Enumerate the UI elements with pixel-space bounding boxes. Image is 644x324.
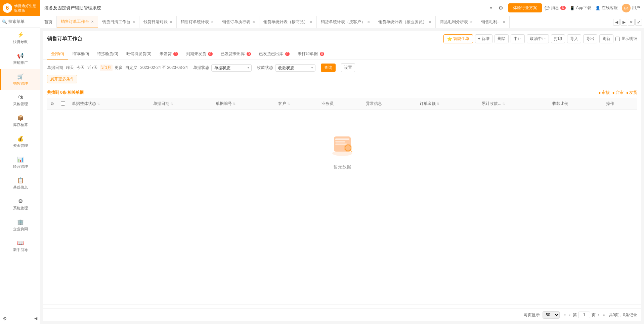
delete-button[interactable]: 删除 [495,34,509,43]
show-detail-checkbox[interactable]: 显示明细 [615,36,637,42]
sidebar-item-system[interactable]: ⚙ 系统管理 [0,194,40,215]
tab-order-exec[interactable]: 销售订单执行表 ✕ [218,16,259,28]
tab-close-customer-stats[interactable]: ✕ [367,20,370,24]
page-input[interactable] [578,312,590,318]
app-download-item[interactable]: 📱 App下载 [570,5,591,11]
shortcut-7days[interactable]: 近7天 [87,65,98,71]
tab-gross-profit[interactable]: 商品毛利分析表 ✕ [436,16,477,28]
tab-close-reconcile[interactable]: ✕ [170,20,172,24]
refresh-button[interactable]: 刷新 [599,34,613,43]
sidebar-item-operations[interactable]: 📊 经营管理 [0,152,40,173]
expand-button[interactable]: 展开更多条件 [47,75,77,83]
prev-page-btn[interactable]: ‹ [568,313,571,317]
shortcut-more[interactable]: 更多 [114,65,123,71]
first-page-btn[interactable]: « [562,313,567,317]
topbar-gear-icon[interactable]: ⚙ [499,5,503,11]
message-item[interactable]: 💬 消息 6 [545,5,566,11]
payment-select[interactable]: 收款状态 [275,64,315,72]
tab-close-gross-profit[interactable]: ✕ [470,20,473,24]
column-settings-icon[interactable]: ⚙ [50,102,54,106]
per-page-select[interactable]: 50 100 200 [543,311,560,319]
sub-tab-unprinted[interactable]: 未打印单据 0 [294,49,328,59]
tab-salesman-stats[interactable]: 销货单统计表（按业务员） ✕ [374,16,436,28]
tab-maximize-btn[interactable]: ⤢ [635,19,642,26]
sidebar-item-marketing[interactable]: 📢 营销推广 [0,48,40,69]
next-page-btn[interactable]: › [597,313,600,317]
sidebar-search[interactable]: 🔍 搜索菜单 [0,16,40,28]
tab-close-order-exec[interactable]: ✕ [252,20,255,24]
settings-icon[interactable]: ⚙ [3,316,7,321]
dropdown-icon[interactable]: ▼ [489,6,493,10]
sub-tab-pending-inspect[interactable]: 待拣验货(0) [93,49,122,59]
sub-tab-all[interactable]: 全部(0) [47,49,68,59]
pause-button[interactable]: 中止 [511,34,525,43]
th-amount: 订单金额 ⇅ [416,98,479,110]
sidebar-item-finance[interactable]: 💰 资金管理 [0,131,40,152]
sub-tab-shipped-out[interactable]: 已发货已出库 0 [255,49,294,59]
shortcut-1month[interactable]: 近1月 [100,65,113,71]
main: 装备及固定资产辅助管理系统 ▼ ⚙ 体验行业方案 💬 消息 6 📱 App下载 … [40,0,644,324]
sort-date-icon[interactable]: ⇅ [170,102,173,106]
shortcut-yesterday[interactable]: 昨天 [65,65,75,71]
tab-home[interactable]: 首页 [40,16,57,28]
tab-reconcile[interactable]: 钱货日清对账 ✕ [139,16,177,28]
cancel-pause-button[interactable]: 取消中止 [527,34,549,43]
last-page-btn[interactable]: » [602,313,606,317]
tab-customer-stats[interactable]: 销货单统计表（按客户） ✕ [317,16,374,28]
sidebar-item-basicinfo[interactable]: 📋 基础信息 [0,173,40,194]
tab-close-order-stats[interactable]: ✕ [211,20,214,24]
review-btn[interactable]: ● 审核 [598,90,609,95]
tab-sales-gross[interactable]: 销售毛利... ✕ [477,16,510,28]
tab-prev-btn[interactable]: ◀ [613,19,620,26]
show-detail-input[interactable] [615,37,620,41]
sidebar-item-sales[interactable]: 🛒 销售管理 [0,69,40,90]
add-button[interactable]: + 新增 [475,34,492,43]
sort-number-icon[interactable]: ⇅ [233,102,235,106]
sub-tab-unshipped[interactable]: 未发货 0 [156,49,182,59]
sub-tab-shipped-not-out[interactable]: 已发货未出库 0 [217,49,255,59]
sort-amount-icon[interactable]: ⇅ [437,102,439,106]
export-button[interactable]: 导出 [583,34,597,43]
tab-close-goods-stats[interactable]: ✕ [310,20,312,24]
status-select[interactable]: 单据状态 [211,64,252,72]
trial-button[interactable]: 体验行业方案 [508,3,542,12]
sort-customer-icon[interactable]: ⇅ [287,102,290,106]
scroll-area[interactable] [43,304,641,308]
online-service-item[interactable]: 👤 在线客服 [595,5,618,11]
tab-close-all-btn[interactable]: ✕ [628,19,635,26]
tab-order-stats[interactable]: 销售订单统计表 ✕ [177,16,218,28]
tab-goods-stats[interactable]: 销货单统计表（按商品） ✕ [259,16,317,28]
collapse-icon[interactable]: ◀ [34,316,37,321]
tab-daily-clear[interactable]: 钱货日清工作台 ✕ [98,16,139,28]
sidebar-item-enterprise[interactable]: 🏢 企业协同 [0,215,40,236]
sidebar-item-inventory[interactable]: 📦 库存核算 [0,111,40,131]
filter-settings-button[interactable]: 设置 [341,63,355,72]
sub-tab-overdue-unshipped[interactable]: 到期未发货 0 [182,49,217,59]
sidebar-item-purchase[interactable]: 🛍 采购管理 [0,90,40,111]
shortcut-custom[interactable]: 自定义 [125,65,138,71]
tab-next-btn[interactable]: ▶ [620,19,627,26]
cancel-review-btn[interactable]: ● 弃审 [612,90,624,95]
sub-tab-pending-review[interactable]: 待审核(0) [68,49,93,59]
ship-btn[interactable]: ● 发货 [626,90,637,95]
print-button[interactable]: 打印 [551,34,565,43]
tab-sales-workbench[interactable]: 销售订单工作台 ✕ [57,16,98,28]
select-all-checkbox[interactable] [61,101,65,106]
import-button[interactable]: 导入 [567,34,581,43]
sidebar-item-quicknav[interactable]: ⚡ 快捷导航 [0,28,40,48]
tab-close-sales[interactable]: ✕ [91,20,94,24]
shortcut-today[interactable]: 今天 [76,65,85,71]
smart-create-button[interactable]: ⭐ 智能生单 [443,34,473,43]
sort-status-icon[interactable]: ⇅ [97,102,100,106]
sidebar-item-guide[interactable]: 📖 新手引导 [0,236,40,256]
query-button[interactable]: 查询 [321,64,336,72]
tab-close-daily-clear[interactable]: ✕ [132,20,135,24]
per-page-label: 每页显示 [524,312,540,318]
sub-tab-wangpu-ship[interactable]: 旺铺待发货(0) [122,49,156,59]
user-item[interactable]: Ea 用户 [622,4,640,12]
sort-accumulated-icon[interactable]: ⇅ [502,102,505,106]
tab-close-sales-gross[interactable]: ✕ [503,20,505,24]
data-table: ⚙ 单据整体状态 ⇅ [47,98,637,110]
tab-close-salesman-stats[interactable]: ✕ [429,20,431,24]
date-range[interactable]: 2023-02-24 至 2023-03-24 [140,65,187,71]
